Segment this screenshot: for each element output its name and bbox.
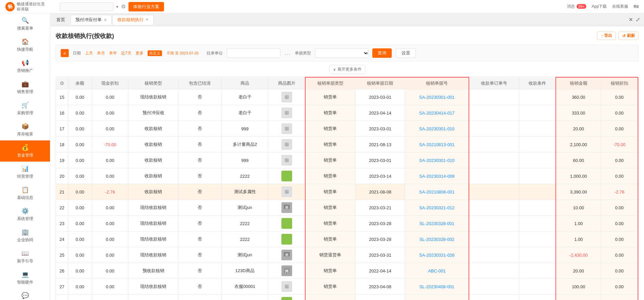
sidebar-item-purchase[interactable]: 🛒 采购管理 — [0, 98, 50, 119]
balance-val: 0.00 — [68, 184, 92, 200]
writeoff-date-val: 2023-03-28 — [355, 216, 405, 231]
writeoff-no-val[interactable]: SA-20230331-026 — [405, 247, 469, 263]
sidebar-label-basic: 基础信息 — [17, 195, 33, 201]
writeoff-no-val[interactable]: SA-20230321-012 — [405, 200, 469, 216]
goods-val: 老白干 — [221, 89, 268, 105]
sidebar-label-system: 系统管理 — [17, 216, 33, 222]
date-range-display: 不限 至 2023-07-26 — [167, 51, 199, 56]
dropdown-icon[interactable]: ▾ — [116, 4, 118, 9]
balance-val: 0.00 — [68, 200, 92, 216]
business-icon: 📊 — [21, 165, 29, 172]
writeoff-date-val: 2023-03-31 — [355, 247, 405, 263]
tab-writeoff-close[interactable]: ✕ — [146, 17, 149, 22]
sidebar-item-search[interactable]: 🔍 搜索菜单 — [0, 13, 50, 35]
setting-button[interactable]: 设置 — [396, 48, 416, 58]
filter-collapse-btn[interactable]: « — [61, 49, 69, 57]
tab-prepay[interactable]: 预付冲应付单 ✕ — [70, 15, 112, 25]
writeoff-no-val[interactable]: SL-20230418-001 — [405, 295, 469, 300]
more-link[interactable]: 更多 — [136, 50, 144, 56]
user-label[interactable]: Rit — [634, 4, 639, 9]
page-title: 收款核销执行(按收款) — [56, 32, 114, 40]
writeoff-no-val[interactable]: SA-20230314-008 — [405, 168, 469, 184]
writeoff-no-val[interactable]: ABC-001 — [405, 263, 469, 279]
sidebar-item-wechat[interactable]: 💬 企业微信 — [0, 289, 50, 300]
this-month-link[interactable]: 本月 — [97, 50, 105, 56]
receipt-order-no-val — [469, 295, 519, 300]
writeoff-date-val: 2022-04-14 — [355, 263, 405, 279]
table-row: 190.000.00收款核销否999销货单2023-03-01SA-202303… — [56, 153, 638, 168]
sidebar-item-finance[interactable]: 💰 资金管理 — [0, 140, 50, 162]
writeoff-no-val[interactable]: SA-20230414-017 — [405, 105, 469, 121]
sidebar-item-basic[interactable]: 📋 基础信息 — [0, 183, 50, 204]
custom-btn[interactable]: 自定义 — [148, 50, 162, 56]
cash-discount-val: 0.00 — [92, 200, 128, 216]
sidebar-item-system[interactable]: ⚙️ 系统管理 — [0, 204, 50, 225]
order-type-select[interactable]: 销货单 销货退货单 — [315, 48, 369, 58]
from-unit-input[interactable] — [227, 48, 280, 58]
writeoff-no-val[interactable]: SA-20230301-001 — [405, 89, 469, 105]
this-year-link[interactable]: 本年 — [109, 50, 117, 56]
writeoff-amount-val: 10.00 — [556, 200, 601, 216]
settings-icon[interactable]: ⚙ — [121, 3, 126, 10]
query-button[interactable]: 查询 — [372, 48, 392, 58]
writeoff-no-val[interactable]: SL-20230408-001 — [405, 279, 469, 295]
top-bar: 畅 畅捷通谁好生意 标准版 ▾ ⚙ 体验行业方案 消息 99+ App下载 在线… — [0, 0, 644, 13]
table-row: 260.000.00预收款核销否123D商品销货单2022-04-14ABC-0… — [56, 263, 638, 279]
row-number: 18 — [56, 137, 68, 153]
cash-discount-val: 0.00 — [92, 153, 128, 168]
filter-bar: « 日期 上月 本月 本年 近7天 更多 自定义 不限 至 2023-07-26… — [56, 45, 639, 61]
expand-conditions-btn[interactable]: ∨ 展开更多条件 — [329, 65, 365, 74]
writeoff-date-val: 2023-03-28 — [355, 231, 405, 247]
tab-close-window[interactable]: ✕ — [629, 16, 633, 23]
online-service-link[interactable]: 在线客服 — [612, 4, 628, 9]
sidebar-item-quicknav[interactable]: 🏠 快捷导航 — [0, 35, 50, 56]
sidebar-item-guide[interactable]: 📖 新手引导 — [0, 246, 50, 267]
include-settled-val: 否 — [178, 200, 221, 216]
table-row: 170.000.00收款核销否999销货单2023-03-01SA-202303… — [56, 121, 638, 137]
svg-point-13 — [285, 206, 288, 209]
system-icon: ⚙️ — [21, 207, 29, 215]
receipt-order-no-val — [469, 153, 519, 168]
table-settings-icon[interactable]: ⚙ — [60, 80, 64, 86]
tab-home[interactable]: 首页 — [52, 15, 70, 25]
sidebar-item-marketing[interactable]: 📢 营销推广 — [0, 56, 50, 77]
th-balance: 余额 — [68, 77, 92, 89]
messages-link[interactable]: 消息 99+ — [567, 4, 586, 9]
writeoff-no-val[interactable]: SA-20230301-010 — [405, 121, 469, 137]
sidebar: 🔍 搜索菜单 🏠 快捷导航 📢 营销推广 💼 销售管理 🛒 采购管理 📦 库存核… — [0, 13, 50, 300]
receipt-condition-val — [519, 105, 556, 121]
goods-img-val — [268, 168, 305, 184]
app-download-link[interactable]: App下载 — [592, 4, 607, 9]
export-btn[interactable]: ↑ 导出 — [597, 32, 616, 40]
receipt-order-no-val — [469, 168, 519, 184]
writeoff-date-val: 2023-03-01 — [355, 153, 405, 168]
trial-btn[interactable]: 体验行业方案 — [128, 2, 164, 11]
sidebar-item-inventory[interactable]: 📦 库存核算 — [0, 119, 50, 140]
receipt-condition-val — [519, 295, 556, 300]
writeoff-no-val[interactable]: SA-20230301-010 — [405, 153, 469, 168]
sidebar-item-hardware[interactable]: 💻 智能硬件 — [0, 267, 50, 289]
tab-maximize[interactable]: ⤢ — [636, 16, 640, 23]
writeoff-no-val[interactable]: SA-20210813-001 — [405, 137, 469, 153]
tab-writeoff[interactable]: 收款核销执行 ✕ — [112, 15, 154, 25]
tab-prepay-close[interactable]: ✕ — [104, 18, 107, 22]
page-content: 收款核销执行(按收款) ↑ 导出 ↺ 刷新 « 日期 上月 — [50, 26, 644, 300]
search-input[interactable] — [60, 2, 113, 11]
last-7days-link[interactable]: 近7天 — [121, 50, 131, 56]
refresh-btn[interactable]: ↺ 刷新 — [619, 32, 639, 40]
row-number: 25 — [56, 247, 68, 263]
receipt-condition-val — [519, 153, 556, 168]
writeoff-no-val[interactable]: SL-20230328-002 — [405, 231, 469, 247]
marketing-icon: 📢 — [21, 59, 29, 67]
sidebar-item-business[interactable]: 📊 经营管理 — [0, 162, 50, 183]
sidebar-item-sales[interactable]: 💼 销售管理 — [0, 77, 50, 98]
table-row: 210.00-2.76收款核销否测试多属性销货单2021-08-08SA-202… — [56, 184, 638, 200]
writeoff-no-val[interactable]: SL-20230328-001 — [405, 216, 469, 231]
svg-point-9 — [285, 159, 286, 160]
row-number: 17 — [56, 121, 68, 137]
writeoff-no-val[interactable]: SA-20210808-001 — [405, 184, 469, 200]
writeoff-type-val: 收款核销 — [128, 184, 178, 200]
last-month-link[interactable]: 上月 — [85, 50, 93, 56]
th-settings[interactable]: ⚙ — [56, 77, 68, 89]
sidebar-item-corp[interactable]: 🏢 企业协同 — [0, 225, 50, 246]
